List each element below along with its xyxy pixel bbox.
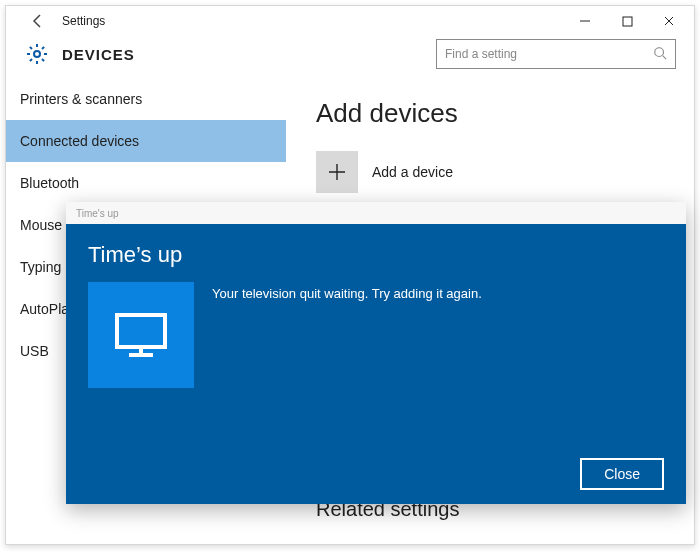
- svg-point-3: [655, 47, 664, 56]
- titlebar: Settings: [6, 6, 694, 36]
- plus-icon[interactable]: [316, 151, 358, 193]
- add-device-label: Add a device: [372, 164, 453, 180]
- search-box[interactable]: [436, 39, 676, 69]
- dialog-body: Time’s up Your television quit waiting. …: [66, 224, 686, 504]
- window-title: Settings: [62, 14, 105, 28]
- gear-icon: [24, 41, 50, 67]
- dialog-message: Your television quit waiting. Try adding…: [212, 286, 482, 388]
- header: DEVICES: [6, 36, 694, 78]
- minimize-button[interactable]: [564, 7, 606, 35]
- svg-rect-1: [623, 17, 632, 26]
- close-button[interactable]: Close: [580, 458, 664, 490]
- add-device-row[interactable]: Add a device: [316, 151, 664, 193]
- close-window-button[interactable]: [648, 7, 690, 35]
- svg-line-4: [663, 55, 667, 59]
- svg-point-2: [34, 51, 40, 57]
- sidebar-item[interactable]: Bluetooth: [6, 162, 286, 204]
- page-title: DEVICES: [62, 46, 135, 63]
- back-button[interactable]: [24, 7, 52, 35]
- settings-window: Settings DEVICES Printers & scanner: [5, 5, 695, 545]
- search-input[interactable]: [445, 47, 653, 61]
- content-heading: Add devices: [316, 98, 664, 129]
- maximize-button[interactable]: [606, 7, 648, 35]
- dialog-titlebar: Time's up: [66, 202, 686, 224]
- dialog-heading: Time’s up: [88, 242, 664, 268]
- sidebar-item[interactable]: Connected devices: [6, 120, 286, 162]
- timeout-dialog: Time's up Time’s up Your television quit…: [66, 202, 686, 504]
- sidebar-item[interactable]: Printers & scanners: [6, 78, 286, 120]
- search-icon: [653, 46, 667, 63]
- tv-icon: [88, 282, 194, 388]
- svg-rect-5: [117, 315, 165, 347]
